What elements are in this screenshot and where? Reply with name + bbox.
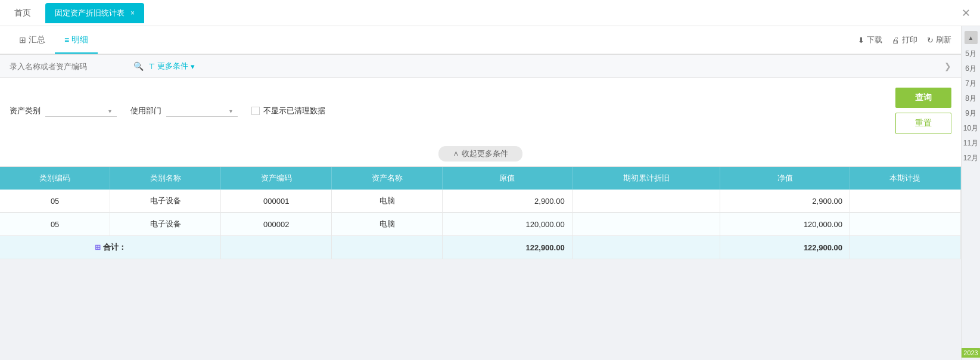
total-label-cell: ⊞ 合计： — [0, 236, 221, 259]
filter-row: 资产类别 使用部门 — [10, 88, 951, 134]
cell-accumulated — [572, 213, 720, 236]
table-container: 类别编码 类别名称 资产编码 资产名称 原值 期初累计折旧 净值 本期计提 05… — [0, 167, 961, 360]
tab-detail-label: 明细 — [71, 35, 88, 45]
col-current: 本期计提 — [850, 167, 960, 190]
col-cat-code: 类别编码 — [0, 167, 110, 190]
asset-category-filter: 资产类别 — [10, 105, 111, 117]
query-button[interactable]: 查询 — [895, 88, 951, 108]
reset-button[interactable]: 重置 — [895, 113, 951, 134]
cell-asset-code: 000001 — [221, 190, 332, 213]
toolbar-right: ⬇ 下载 🖨 打印 ↻ 刷新 — [858, 35, 951, 45]
filter-icon: ⊤ — [148, 62, 155, 71]
total-net-value: 122,900.00 — [720, 236, 850, 259]
search-bar: 🔍 ⊤ 更多条件 ▾ ❯ — [0, 55, 961, 78]
tab-summary[interactable]: ⊞ 汇总 — [10, 27, 55, 54]
home-tab[interactable]: 首页 — [10, 8, 36, 18]
cell-cat-name: 电子设备 — [110, 213, 221, 236]
total-empty-1 — [221, 236, 332, 259]
right-panel: ▲ 5月 6月 7月 8月 9月 10月 11月 12月 2023 — [961, 26, 980, 360]
department-label: 使用部门 — [130, 105, 161, 116]
print-btn[interactable]: 🖨 打印 — [892, 35, 917, 45]
search-icon[interactable]: 🔍 — [133, 61, 144, 71]
total-label-text: 合计： — [103, 242, 126, 253]
top-nav: 首页 固定资产折旧统计表 × ✕ — [0, 0, 980, 26]
asset-category-select-wrapper — [45, 105, 111, 117]
chevron-down-icon: ▾ — [191, 62, 195, 71]
tab-detail[interactable]: ≡ 明细 — [55, 27, 98, 54]
month-12[interactable]: 12月 — [962, 151, 980, 166]
print-icon: 🖨 — [892, 36, 900, 45]
active-tab[interactable]: 固定资产折旧统计表 × — [45, 3, 144, 23]
total-current — [850, 236, 960, 259]
download-icon: ⬇ — [858, 36, 864, 45]
print-label: 打印 — [902, 35, 917, 45]
cell-net-value: 120,000.00 — [720, 213, 850, 236]
total-row: ⊞ 合计： 122,900.00 122,900.00 — [0, 236, 961, 259]
chevron-up-icon: ∧ — [453, 149, 462, 158]
col-asset-name: 资产名称 — [332, 167, 443, 190]
cell-cat-code: 05 — [0, 213, 110, 236]
cleared-data-checkbox[interactable] — [251, 107, 260, 115]
summary-icon: ⊞ — [19, 35, 26, 45]
data-table: 类别编码 类别名称 资产编码 资产名称 原值 期初累计折旧 净值 本期计提 05… — [0, 167, 961, 259]
refresh-icon: ↻ — [927, 36, 934, 45]
cell-cat-name: 电子设备 — [110, 190, 221, 213]
detail-icon: ≡ — [64, 35, 69, 45]
col-cat-name: 类别名称 — [110, 167, 221, 190]
search-input[interactable] — [10, 62, 129, 71]
cell-current — [850, 213, 960, 236]
left-panel: ⊞ 汇总 ≡ 明细 ⬇ 下载 🖨 打印 ↻ 刷新 — [0, 26, 961, 360]
more-conditions-label: 更多条件 — [157, 61, 188, 72]
table-header-row: 类别编码 类别名称 资产编码 资产名称 原值 期初累计折旧 净值 本期计提 — [0, 167, 961, 190]
month-8[interactable]: 8月 — [962, 91, 980, 106]
total-icon: ⊞ — [95, 243, 101, 252]
month-7[interactable]: 7月 — [962, 76, 980, 91]
cell-accumulated — [572, 190, 720, 213]
collapse-bar[interactable]: ∧ 收起更多条件 — [10, 141, 951, 166]
expand-btn[interactable]: ❯ — [944, 61, 951, 71]
month-6[interactable]: 6月 — [962, 61, 980, 76]
filter-buttons: 查询 重置 — [895, 88, 951, 134]
main-content: ⊞ 汇总 ≡ 明细 ⬇ 下载 🖨 打印 ↻ 刷新 — [0, 26, 980, 360]
cleared-data-checkbox-item: 不显示已清理数据 — [251, 105, 325, 116]
col-asset-code: 资产编码 — [221, 167, 332, 190]
nav-up-arrow[interactable]: ▲ — [965, 31, 978, 44]
tab-close-btn[interactable]: × — [130, 9, 135, 17]
cell-asset-name: 电脑 — [332, 213, 443, 236]
department-select-wrapper — [166, 105, 232, 117]
total-original: 122,900.00 — [443, 236, 573, 259]
cell-net-value: 2,900.00 — [720, 190, 850, 213]
filter-area: 资产类别 使用部门 — [0, 78, 961, 167]
download-btn[interactable]: ⬇ 下载 — [858, 35, 882, 45]
col-net-value: 净值 — [720, 167, 850, 190]
year-badge[interactable]: 2023 — [961, 348, 980, 358]
asset-category-label: 资产类别 — [10, 105, 41, 116]
month-9[interactable]: 9月 — [962, 106, 980, 121]
cell-asset-code: 000002 — [221, 213, 332, 236]
total-accumulated — [572, 236, 720, 259]
cell-original: 120,000.00 — [443, 213, 573, 236]
cell-asset-name: 电脑 — [332, 190, 443, 213]
month-11[interactable]: 11月 — [962, 136, 980, 151]
total-empty-2 — [332, 236, 443, 259]
month-5[interactable]: 5月 — [962, 46, 980, 61]
more-conditions-btn[interactable]: ⊤ 更多条件 ▾ — [148, 61, 195, 72]
chevron-right-icon: ❯ — [944, 61, 951, 71]
asset-category-select[interactable] — [45, 105, 117, 117]
tab-summary-label: 汇总 — [29, 35, 45, 45]
department-filter: 使用部门 — [130, 105, 232, 117]
sub-tabs-bar: ⊞ 汇总 ≡ 明细 ⬇ 下载 🖨 打印 ↻ 刷新 — [0, 26, 961, 55]
cell-original: 2,900.00 — [443, 190, 573, 213]
refresh-label: 刷新 — [936, 35, 951, 45]
cell-current — [850, 190, 960, 213]
collapse-label: ∧ 收起更多条件 — [438, 146, 522, 162]
cell-cat-code: 05 — [0, 190, 110, 213]
refresh-btn[interactable]: ↻ 刷新 — [927, 35, 951, 45]
month-10[interactable]: 10月 — [962, 121, 980, 136]
tab-label: 固定资产折旧统计表 — [55, 8, 125, 18]
window-close-btn[interactable]: ✕ — [962, 7, 970, 20]
table-row: 05 电子设备 000001 电脑 2,900.00 2,900.00 — [0, 190, 961, 213]
col-original: 原值 — [443, 167, 573, 190]
department-select[interactable] — [166, 105, 238, 117]
download-label: 下载 — [867, 35, 882, 45]
